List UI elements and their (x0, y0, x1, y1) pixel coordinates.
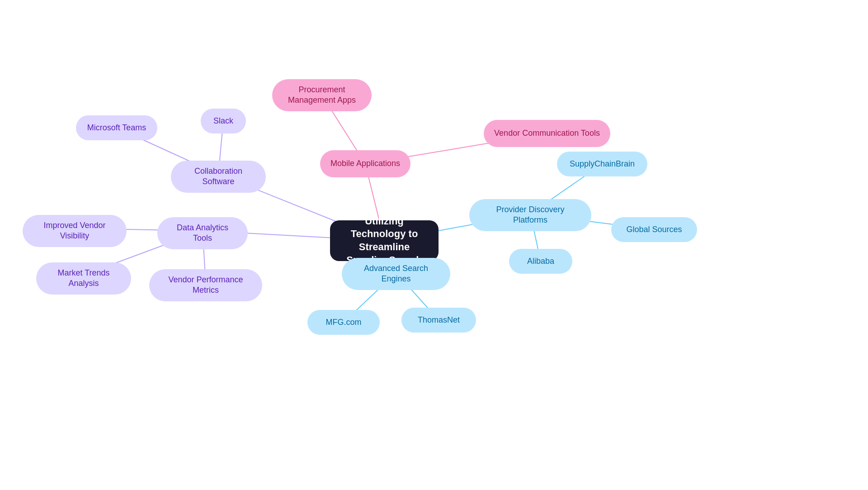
node-improved-vendor: Improved Vendor Visibility (23, 215, 127, 247)
node-mobile-apps: Mobile Applications (320, 150, 410, 177)
node-alibaba: Alibaba (509, 249, 572, 274)
node-supply-chain-brain: SupplyChainBrain (557, 152, 647, 176)
node-microsoft-teams: Microsoft Teams (76, 115, 157, 140)
node-procurement-apps: Procurement Management Apps (272, 79, 372, 111)
node-thomasnet: ThomasNet (401, 308, 476, 333)
node-collab-software: Collaboration Software (171, 161, 266, 193)
node-mfg-com: MFG.com (307, 310, 380, 335)
node-vendor-comm: Vendor Communication Tools (484, 120, 610, 147)
node-data-analytics: Data Analytics Tools (157, 217, 248, 249)
center-node: Utilizing Technology to Streamline Suppl… (330, 220, 439, 261)
node-advanced-search: Advanced Search Engines (342, 258, 450, 290)
node-market-trends: Market Trends Analysis (36, 262, 131, 295)
node-global-sources: Global Sources (611, 217, 697, 242)
node-vendor-perf: Vendor Performance Metrics (149, 269, 262, 301)
node-slack: Slack (201, 109, 246, 133)
node-provider-discovery: Provider Discovery Platforms (469, 199, 591, 231)
